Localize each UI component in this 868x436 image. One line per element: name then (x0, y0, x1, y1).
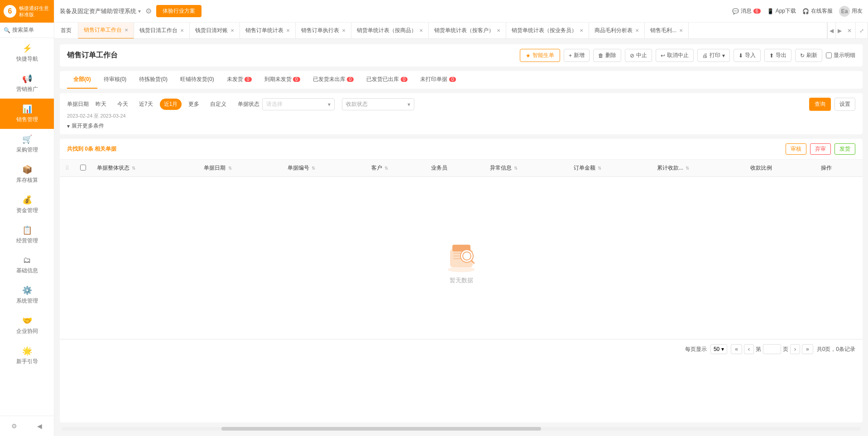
tab-close-icon[interactable]: ✕ (230, 28, 234, 33)
tab-sales-by-staff[interactable]: 销货单统计表（按业务员） ✕ (506, 23, 589, 39)
industry-btn[interactable]: 体验行业方案 (156, 5, 201, 17)
tab-fullscreen-button[interactable]: ⤢ (856, 23, 868, 39)
filter-expand-btn[interactable]: ▾ 展开更多条件 (67, 122, 855, 130)
dispatch-button[interactable]: 发货 (834, 143, 855, 155)
filter-yesterday-btn[interactable]: 昨天 (91, 99, 110, 110)
sort-icon[interactable]: ⇅ (384, 166, 388, 171)
tab-prev-icon[interactable]: ◀ (827, 23, 835, 39)
print-button[interactable]: 🖨 打印 ▾ (697, 49, 730, 62)
filter-payment-select[interactable]: 收款状态 ▾ (342, 98, 414, 110)
horizontal-scrollbar[interactable] (62, 427, 861, 431)
sidebar-item-enterprise[interactable]: 🤝 企业协同 (0, 310, 54, 341)
tab-reconcile[interactable]: 钱货日清对账 ✕ (190, 23, 240, 39)
filter-custom-btn[interactable]: 自定义 (206, 99, 230, 110)
settings-query-button[interactable]: 设置 (834, 98, 855, 111)
settings-button[interactable]: ⚙ (4, 420, 25, 432)
sidebar-item-marketing[interactable]: 📢 营销推广 (0, 68, 54, 99)
message-item[interactable]: 💬 消息 6 (732, 7, 761, 15)
add-button[interactable]: + 新增 (564, 49, 590, 62)
col-checkbox[interactable] (75, 160, 91, 177)
subtab-dispatched-out[interactable]: 已发货已出库 0 (360, 71, 414, 89)
delete-button[interactable]: 🗑 删除 (593, 49, 621, 62)
result-count: 共找到 0条 相关单据 (67, 145, 116, 153)
sidebar-item-newbie[interactable]: 🌟 新手引导 (0, 341, 54, 371)
select-all-checkbox[interactable] (80, 165, 86, 171)
tab-home[interactable]: 首页 (54, 23, 78, 39)
sidebar-item-finance[interactable]: 💰 资金管理 (0, 190, 54, 220)
export-button[interactable]: ⬆ 导出 (764, 49, 791, 62)
first-page-button[interactable]: « (731, 344, 742, 354)
chevron-down-icon: ▾ (67, 123, 70, 129)
query-button[interactable]: 查询 (809, 98, 831, 111)
tab-sales-workbench[interactable]: 销售订单工作台 ✕ (78, 23, 134, 39)
tab-daily-clear[interactable]: 钱货日清工作台 ✕ (134, 23, 190, 39)
sort-icon[interactable]: ⇅ (598, 166, 601, 171)
tab-sales-by-customer[interactable]: 销货单统计表（按客户） ✕ (429, 23, 506, 39)
sidebar-item-inventory[interactable]: 📦 库存核算 (0, 159, 54, 190)
pause-button[interactable]: ⊘ 中止 (625, 49, 652, 62)
page-number-input[interactable]: 1 (763, 344, 781, 354)
smart-create-button[interactable]: ★ 智能生单 (520, 49, 560, 62)
tab-close-icon[interactable]: ✕ (286, 28, 290, 33)
cancel-pause-button[interactable]: ↩ 取消中止 (656, 49, 694, 62)
subtab-dispatched-not-out[interactable]: 已发货未出库 0 (307, 71, 360, 89)
tab-next-icon[interactable]: ▶ (835, 23, 844, 39)
tab-close-all-button[interactable]: ✕ (844, 23, 856, 39)
sort-icon[interactable]: ⇅ (228, 166, 232, 171)
sidebar-item-sales[interactable]: 📊 销售管理 (0, 99, 54, 129)
subtab-pending-inspect[interactable]: 待拣验货(0) (133, 71, 174, 89)
sidebar-item-operation[interactable]: 📋 经营管理 (0, 220, 54, 250)
tab-close-icon[interactable]: ✕ (497, 28, 500, 33)
subtab-overdue-dispatch[interactable]: 到期未发货 0 (258, 71, 307, 89)
tab-sales-margin[interactable]: 销售毛利... ✕ (645, 23, 689, 39)
filter-1month-btn[interactable]: 近1月 (160, 99, 182, 110)
filter-today-btn[interactable]: 今天 (113, 99, 132, 110)
gear-icon[interactable]: ⚙ (145, 7, 152, 15)
show-detail-checkbox[interactable]: 显示明细 (826, 52, 855, 59)
refresh-button[interactable]: ↻ 刷新 (795, 49, 822, 62)
tab-close-icon[interactable]: ✕ (125, 28, 128, 33)
collapse-button[interactable]: ◀ (29, 420, 51, 432)
prev-page-button[interactable]: ‹ (744, 344, 754, 354)
review-button[interactable]: 审核 (786, 143, 806, 155)
abandon-button[interactable]: 弃审 (810, 143, 831, 155)
filter-more-btn[interactable]: 更多 (184, 99, 203, 110)
app-download-item[interactable]: 📱 App下载 (767, 7, 796, 15)
cancel-pause-icon: ↩ (661, 52, 665, 59)
tab-order-stats[interactable]: 销售订单统计表 ✕ (240, 23, 296, 39)
sort-icon[interactable]: ⇅ (312, 166, 315, 171)
sidebar-search[interactable]: 🔍 搜索菜单 (0, 23, 54, 38)
online-service-item[interactable]: 🎧 在线客服 (802, 7, 833, 15)
tab-order-exec[interactable]: 销售订单执行表 ✕ (296, 23, 351, 39)
tab-gross-margin[interactable]: 商品毛利分析表 ✕ (589, 23, 645, 39)
sort-icon[interactable]: ⇅ (514, 166, 518, 171)
purchase-icon: 🛒 (22, 134, 32, 144)
system-selector[interactable]: 装备及固定资产辅助管理系统 ▾ (60, 7, 141, 15)
next-page-button[interactable]: › (790, 344, 800, 354)
subtab-wangpu-dispatch[interactable]: 旺铺待发货(0) (174, 71, 221, 89)
tab-close-icon[interactable]: ✕ (580, 28, 583, 33)
tab-close-icon[interactable]: ✕ (342, 28, 345, 33)
sort-icon[interactable]: ⇅ (132, 166, 135, 171)
import-button[interactable]: ⬇ 导入 (734, 49, 761, 62)
sidebar-item-basic[interactable]: 🗂 基础信息 (0, 250, 54, 280)
import-icon: ⬇ (739, 52, 743, 59)
user-menu[interactable]: Ea 用友 (839, 6, 863, 17)
subtab-pending-review[interactable]: 待审核(0) (97, 71, 133, 89)
tab-close-icon[interactable]: ✕ (180, 28, 184, 33)
tab-sales-by-product[interactable]: 销货单统计表（按商品） ✕ (351, 23, 429, 39)
subtab-all[interactable]: 全部(0) (67, 71, 97, 89)
subtab-not-dispatched[interactable]: 未发货 0 (221, 71, 258, 89)
last-page-button[interactable]: » (802, 344, 813, 354)
filter-status-select[interactable]: 请选择 ▾ (262, 98, 335, 110)
tab-close-icon[interactable]: ✕ (419, 28, 423, 33)
sort-icon[interactable]: ⇅ (686, 166, 689, 171)
page-size-select[interactable]: 50 ▾ (710, 344, 727, 354)
sidebar-item-system[interactable]: ⚙️ 系统管理 (0, 280, 54, 310)
tab-close-icon[interactable]: ✕ (635, 28, 639, 33)
tab-close-icon[interactable]: ✕ (679, 28, 683, 33)
sidebar-item-quicknav[interactable]: ⚡ 快捷导航 (0, 38, 54, 68)
sidebar-item-purchase[interactable]: 🛒 采购管理 (0, 129, 54, 159)
filter-7days-btn[interactable]: 近7天 (135, 99, 157, 110)
subtab-not-printed[interactable]: 未打印单据 0 (414, 71, 462, 89)
